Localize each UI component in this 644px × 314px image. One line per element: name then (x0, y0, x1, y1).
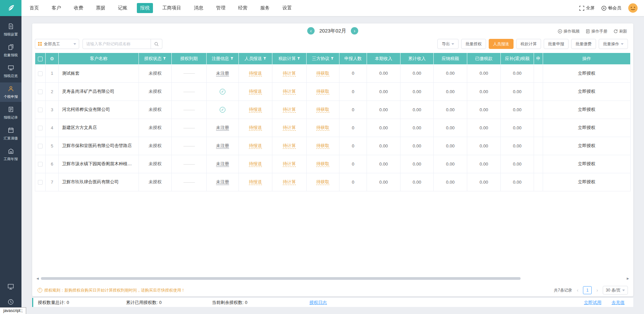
column-header[interactable]: 注册信息 (207, 53, 239, 64)
row-checkbox[interactable] (38, 162, 43, 167)
batch-declare-button[interactable]: 批量申报 (544, 39, 569, 49)
support-icon[interactable] (7, 299, 14, 305)
row-checkbox[interactable] (38, 126, 43, 130)
app-logo[interactable] (0, 0, 21, 16)
agreement-link[interactable]: 待获取 (316, 125, 329, 131)
search-button[interactable] (151, 39, 162, 49)
column-header[interactable]: 人员报送 (239, 53, 272, 64)
nav-item-operations[interactable]: 经营 (235, 3, 251, 13)
nav-item-bookkeeping[interactable]: 记账 (115, 3, 131, 13)
row-checkbox[interactable] (38, 108, 43, 112)
nav-item-business-projects[interactable]: 工商项目 (159, 3, 184, 13)
tax-calc-link[interactable]: 待计算 (283, 71, 296, 76)
agreement-link[interactable]: 待获取 (316, 179, 329, 185)
auth-log-link[interactable]: 授权日志 (310, 300, 327, 306)
batch-actions-button[interactable]: 批量操作 (599, 39, 628, 49)
select-all-checkbox[interactable] (38, 57, 43, 61)
filter-icon[interactable] (331, 57, 334, 60)
filter-icon[interactable] (163, 57, 166, 60)
display-icon[interactable] (7, 283, 14, 290)
refresh-link[interactable]: 刷新 (613, 28, 627, 34)
prev-month-button[interactable]: ‹ (307, 27, 315, 35)
search-input[interactable] (83, 42, 151, 46)
recharge-link[interactable]: 去充值 (611, 300, 625, 306)
nav-item-home[interactable]: 首页 (26, 3, 42, 13)
row-checkbox[interactable] (38, 71, 43, 76)
nav-item-management[interactable]: 管理 (213, 3, 229, 13)
sidebar-item-tax-records[interactable]: 报税记录 (0, 103, 21, 123)
tax-calc-link[interactable]: 待计算 (283, 143, 296, 149)
agreement-link[interactable]: 待获取 (316, 143, 329, 149)
nav-item-services[interactable]: 服务 (257, 3, 273, 13)
batch-authorize-button[interactable]: 批量授权 (461, 39, 486, 49)
scrollbar-thumb[interactable] (41, 277, 521, 280)
fullscreen-button[interactable]: 全屏 (579, 5, 595, 11)
export-button[interactable]: 导出 (437, 39, 459, 49)
manual-link[interactable]: 操作手册 (586, 28, 607, 34)
sidebar-item-personal-tax[interactable]: 个税申报 (0, 82, 21, 102)
tax-calc-link[interactable]: 待计算 (283, 179, 296, 185)
personnel-status-link[interactable]: 待报送 (249, 161, 262, 167)
row-checkbox[interactable] (38, 144, 43, 148)
column-header[interactable]: 三方协议 (307, 53, 339, 64)
filter-icon[interactable] (230, 57, 233, 60)
row-checkbox[interactable] (38, 180, 43, 185)
tax-calc-button[interactable]: 税款计算 (516, 39, 541, 49)
nav-item-invoices[interactable]: 票据 (93, 3, 109, 13)
nav-item-messages[interactable]: 消息 (191, 3, 207, 13)
authorize-now-link[interactable]: 立即授权 (578, 89, 595, 94)
personnel-status-link[interactable]: 待报送 (249, 89, 262, 95)
employee-filter-select[interactable]: 全部员工 (35, 39, 79, 49)
agreement-link[interactable]: 待获取 (316, 161, 329, 167)
authorize-now-link[interactable]: 立即授权 (578, 125, 595, 130)
authorize-now-link[interactable]: 立即授权 (578, 107, 595, 112)
registration-link[interactable]: 未注册 (216, 161, 229, 167)
current-page[interactable]: 1 (583, 286, 592, 294)
sidebar-item-tax-overview[interactable]: 报税总览 (0, 62, 21, 81)
tax-calc-link[interactable]: 待计算 (283, 125, 296, 131)
registration-link[interactable]: 未注册 (216, 143, 229, 149)
column-settings-gear-icon[interactable]: ⚙ (50, 56, 54, 61)
personnel-status-link[interactable]: 待报送 (249, 71, 262, 76)
page-size-select[interactable]: 30 条/页 (603, 286, 628, 295)
trial-link[interactable]: 立即试用 (584, 300, 601, 306)
nav-item-tax-filing[interactable]: 报税 (137, 3, 153, 13)
scrollbar-track[interactable] (40, 277, 625, 280)
registration-link[interactable]: 未注册 (216, 179, 229, 185)
agreement-link[interactable]: 待获取 (316, 107, 329, 113)
scroll-left-arrow[interactable]: ◀ (35, 277, 40, 280)
registration-link[interactable]: 未注册 (216, 71, 229, 76)
personnel-status-link[interactable]: 待报送 (249, 125, 262, 131)
sidebar-item-batch-tax[interactable]: 批量报税 (0, 41, 21, 60)
registration-link[interactable]: 未注册 (216, 125, 229, 131)
agreement-link[interactable]: 待获取 (316, 89, 329, 95)
nav-item-customers[interactable]: 客户 (48, 3, 64, 13)
sidebar-item-annual-report[interactable]: 工商年报 (0, 145, 21, 164)
tax-calc-link[interactable]: 待计算 (283, 89, 296, 95)
sidebar-item-settlement[interactable]: 汇算清缴 (0, 124, 21, 143)
row-checkbox[interactable] (38, 89, 43, 94)
sidebar-item-tax-settings[interactable]: 报税设置 (0, 20, 21, 40)
personnel-status-link[interactable]: 待报送 (249, 107, 262, 113)
authorize-now-link[interactable]: 立即授权 (578, 161, 595, 166)
prev-page-button[interactable]: ‹ (576, 288, 579, 293)
filter-icon[interactable] (263, 57, 266, 60)
tax-calc-link[interactable]: 待计算 (283, 161, 296, 167)
filter-icon[interactable] (297, 57, 300, 60)
nav-item-settings[interactable]: 设置 (279, 3, 295, 13)
personnel-report-button[interactable]: 人员报送 (489, 39, 514, 49)
agreement-link[interactable]: 待获取 (316, 71, 329, 76)
column-header[interactable]: 税款计算 (272, 53, 307, 64)
scroll-right-arrow[interactable]: ▶ (625, 277, 631, 280)
personnel-status-link[interactable]: 待报送 (249, 143, 262, 149)
next-page-button[interactable]: › (596, 288, 599, 293)
authorize-now-link[interactable]: 立即授权 (578, 71, 595, 76)
personnel-status-link[interactable]: 待报送 (249, 179, 262, 185)
authorize-now-link[interactable]: 立即授权 (578, 179, 595, 184)
tax-calc-link[interactable]: 待计算 (283, 107, 296, 113)
member-button[interactable]: 畅会员 (601, 5, 621, 11)
authorize-now-link[interactable]: 立即授权 (578, 143, 595, 148)
batch-pay-button[interactable]: 批量缴费 (571, 39, 596, 49)
video-tutorial-link[interactable]: 操作视频 (558, 28, 580, 34)
column-header[interactable]: 授权状态 (139, 53, 172, 64)
